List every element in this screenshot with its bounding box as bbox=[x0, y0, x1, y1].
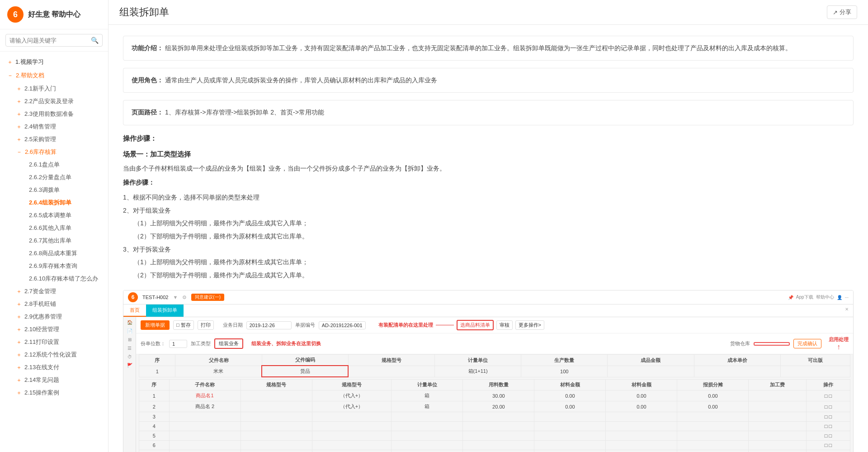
scene1-desc: 当由多个子件材料组装成一个成品的业务为【组装】业务，当由一个父件拆分成多个子产品… bbox=[123, 162, 854, 175]
mock-home-icon: 🏠 bbox=[127, 320, 132, 325]
sidebar-item-inventory[interactable]: － 2.6库存核算 bbox=[13, 146, 108, 158]
mock-more-btn[interactable]: 更多操作> bbox=[515, 320, 544, 330]
sidebar-item-biz[interactable]: ＋ 2.10经营管理 bbox=[13, 323, 108, 336]
mock-tab-home[interactable]: 首页 bbox=[123, 305, 146, 317]
mock-date-label: 业务日期 bbox=[223, 322, 243, 328]
sidebar-item-purchase[interactable]: ＋ 2.5采购管理 bbox=[13, 133, 108, 146]
td2-spec2-2: （代入+） bbox=[312, 401, 392, 412]
mock-topbar-btn[interactable]: 同意建议(一) bbox=[191, 294, 224, 301]
mock-topbar-id: TEST-H002 bbox=[142, 295, 168, 300]
mock-print-btn[interactable]: 打印 bbox=[198, 320, 214, 330]
mock-left-icons: 🏠 📄 ⊞ ☰ ⏱ 🚩 bbox=[123, 317, 136, 452]
th2-sub-name: 子件名称 bbox=[169, 380, 241, 390]
mock-order-label: 单据编号 bbox=[295, 322, 315, 328]
mock-action-btn[interactable]: 审核 bbox=[496, 320, 513, 330]
sidebar-item-cash[interactable]: ＋ 2.7资金管理 bbox=[13, 285, 108, 298]
mock-warehouse-label: 货物仓库 bbox=[730, 340, 750, 347]
mock-date-input[interactable]: 2019-12-26 bbox=[246, 321, 292, 329]
mock-warehouse-input[interactable] bbox=[754, 342, 790, 346]
mock-lower-table: 序 子件名称 规格型号 规格型号 计量单位 用料数量 材料金额 材料金额 报损分 bbox=[139, 379, 850, 452]
th2-mat-amount2: 材料金额 bbox=[606, 380, 677, 390]
td-parent-code[interactable]: 货品 bbox=[262, 366, 348, 377]
sidebar-item-online-pay[interactable]: ＋ 2.13在线支付 bbox=[13, 361, 108, 374]
sidebar-item-stock-count[interactable]: 2.6.1盘点单 bbox=[25, 158, 108, 171]
td2-seq2: 2 bbox=[139, 401, 170, 412]
td-unit: 箱(1+11) bbox=[435, 366, 521, 377]
th2-ops: 操作 bbox=[806, 380, 850, 390]
annotation1-btn[interactable]: 选商品料清单 bbox=[457, 320, 494, 330]
sidebar-item-video[interactable]: ＋ 1.视频学习 bbox=[0, 55, 108, 69]
search-input[interactable] bbox=[9, 37, 91, 44]
mock-app-header: 6 TEST-H002 ▼ ⚙ 同意建议(一) 📌 App下载 帮助中心 👤 ·… bbox=[123, 290, 853, 305]
mock-clock-icon: ⏱ bbox=[127, 354, 132, 359]
table-row: 1 米米 货品 箱(1+11) 100 bbox=[139, 366, 850, 377]
annotation2-text: 组装业务、拆卸业务在这里切换 bbox=[251, 340, 321, 347]
role-label: 使用角色： bbox=[132, 76, 163, 84]
search-input-wrap[interactable]: 🔍 bbox=[5, 34, 103, 47]
mock-close-icon[interactable]: ✕ bbox=[840, 305, 853, 317]
search-icon[interactable]: 🔍 bbox=[91, 37, 99, 44]
sidebar-item-account-err[interactable]: 2.6.10库存账本错了怎么办 bbox=[25, 272, 108, 285]
sidebar-item-assembly[interactable]: 2.6.4组装拆卸单 bbox=[25, 196, 108, 209]
sidebar-item-adjust[interactable]: 2.6.3调拨单 bbox=[25, 184, 108, 196]
ops-title: 操作步骤： bbox=[123, 134, 854, 143]
path-label: 页面路径： bbox=[132, 109, 163, 116]
table-row: 3□ □ bbox=[139, 412, 850, 422]
mock-tab-assembly[interactable]: 组装拆卸单 bbox=[146, 305, 184, 317]
sidebar-item-print[interactable]: ＋ 2.11打印设置 bbox=[13, 336, 108, 348]
mock-upper-table: 序 父件名称 父件编码 规格型号 计量单位 生产数量 成品金额 成本单价 可出版 bbox=[139, 354, 850, 377]
sidebar-item-other-out[interactable]: 2.6.7其他出库单 bbox=[25, 234, 108, 247]
sidebar-item-other-in[interactable]: 2.6.6其他入库单 bbox=[25, 222, 108, 234]
step1: 1、根据不同的业务，选择不同单据的类型来处理 bbox=[123, 191, 854, 204]
sidebar-item-coupon[interactable]: ＋ 2.9优惠券管理 bbox=[13, 310, 108, 323]
mock-count-input[interactable]: 1 bbox=[169, 340, 187, 348]
mock-upper-table-wrap: 序 父件名称 父件编码 规格型号 计量单位 生产数量 成品金额 成本单价 可出版 bbox=[136, 354, 853, 377]
mock-type-select[interactable]: 组装业务 bbox=[214, 338, 243, 349]
plus-icon: ＋ bbox=[16, 313, 22, 321]
th2-spec2: 规格型号 bbox=[312, 380, 392, 390]
sidebar-item-cost-adjust[interactable]: 2.6.5成本调整单 bbox=[25, 209, 108, 222]
mock-type-label: 加工类型 bbox=[191, 340, 211, 347]
sidebar-item-cases[interactable]: ＋ 2.15操作案例 bbox=[13, 386, 108, 399]
logo-text: 好生意 帮助中心 bbox=[28, 10, 80, 19]
sidebar-item-data[interactable]: ＋ 2.3使用前数据准备 bbox=[13, 108, 108, 120]
sidebar-item-custom[interactable]: ＋ 2.12系统个性化设置 bbox=[13, 348, 108, 361]
plus-icon: ＋ bbox=[16, 351, 22, 359]
content-area: 功能介绍： 组装拆卸单用来处理企业组装或拆卸等加工业务，支持有固定装配清单的产品… bbox=[108, 25, 868, 452]
sidebar-item-install[interactable]: ＋ 2.2产品安装及登录 bbox=[13, 95, 108, 108]
plus-icon: ＋ bbox=[16, 389, 22, 397]
td-qty: 100 bbox=[521, 366, 608, 377]
sidebar-sub-docs: ＋ 2.1新手入门 ＋ 2.2产品安装及登录 ＋ 2.3使用前数据准备 ＋ 2.… bbox=[0, 82, 108, 399]
mock-save-btn[interactable]: □ 暂存 bbox=[173, 320, 194, 330]
sidebar-item-docs[interactable]: － 2.帮助文档 bbox=[0, 69, 108, 82]
sidebar-item-mobile[interactable]: ＋ 2.8手机旺铺 bbox=[13, 298, 108, 310]
logo-bar: 6 好生意 帮助中心 bbox=[0, 0, 108, 29]
th-seq: 序 bbox=[139, 355, 175, 366]
sidebar-item-newbie[interactable]: ＋ 2.1新手入门 bbox=[13, 82, 108, 95]
th2-usage: 用料数量 bbox=[463, 380, 534, 390]
td2-unit: 箱 bbox=[392, 390, 463, 401]
td2-name2: 商品名 2 bbox=[169, 401, 241, 412]
table-row: 4□ □ bbox=[139, 422, 850, 431]
td2-spec1-2 bbox=[241, 401, 312, 412]
sidebar-item-faq[interactable]: ＋ 2.14常见问题 bbox=[13, 374, 108, 386]
step2-sub1: （1）上部明细为父件明细，最终作为产成品生成其它入库单； bbox=[134, 217, 854, 229]
th-unit-cost: 成本单价 bbox=[694, 355, 780, 366]
td2-mat-amt: 0.00 bbox=[534, 390, 606, 401]
plus-icon: ＋ bbox=[16, 364, 22, 371]
mock-confirm-btn[interactable]: 完成确认 bbox=[793, 339, 821, 348]
mock-sidebar-left: 🏠 📄 ⊞ ☰ ⏱ 🚩 新增单据 □ 暂存 打印 业务日期 bbox=[123, 317, 853, 452]
share-button[interactable]: ↗ 分享 bbox=[827, 5, 857, 19]
mock-new-btn[interactable]: 新增单据 bbox=[141, 320, 170, 330]
minus-icon: － bbox=[7, 71, 13, 80]
sidebar-item-stock-query[interactable]: 2.6.9库存账本查询 bbox=[25, 260, 108, 272]
td2-ops2: □ □ bbox=[806, 401, 850, 412]
sidebar-item-cost-recalc[interactable]: 2.6.8商品成本重算 bbox=[25, 247, 108, 260]
sidebar-item-partial-count[interactable]: 2.6.2分量盘点单 bbox=[25, 171, 108, 184]
td-spec bbox=[348, 366, 434, 377]
sidebar-item-sales[interactable]: ＋ 2.4销售管理 bbox=[13, 120, 108, 133]
mock-order-input[interactable]: AD-20191226-001 bbox=[319, 321, 366, 329]
td2-spec1 bbox=[241, 390, 312, 401]
td-unit-cost bbox=[694, 366, 780, 377]
mock-help-icon: 帮助中心 bbox=[816, 294, 834, 300]
